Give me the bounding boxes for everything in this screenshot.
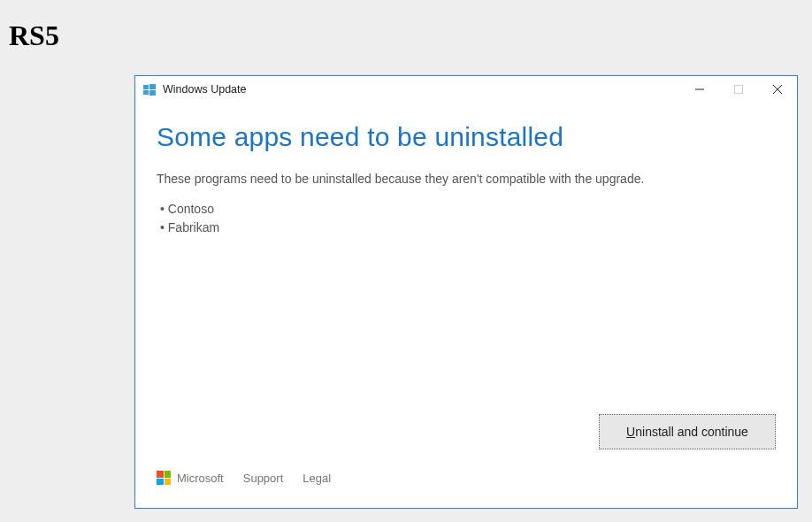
minimize-button[interactable] <box>680 76 719 103</box>
maximize-button[interactable] <box>719 76 758 103</box>
titlebar: Windows Update <box>135 76 797 103</box>
svg-rect-5 <box>735 86 743 94</box>
dialog-description: These programs need to be uninstalled be… <box>157 172 776 186</box>
microsoft-logo: Microsoft <box>157 471 224 485</box>
incompatible-apps-list: Contoso Fabrikam <box>157 200 776 237</box>
svg-rect-3 <box>149 90 156 96</box>
window-controls <box>680 76 797 103</box>
dialog-footer: Microsoft Support Legal <box>157 471 331 485</box>
microsoft-brand-text: Microsoft <box>177 472 224 485</box>
svg-rect-1 <box>149 84 156 89</box>
window-title: Windows Update <box>163 83 680 96</box>
dialog-content: Some apps need to be uninstalled These p… <box>135 103 797 237</box>
support-link[interactable]: Support <box>243 472 284 485</box>
list-item: Fabrikam <box>160 219 776 237</box>
svg-rect-0 <box>143 85 149 89</box>
action-area: Uninstall and continue <box>599 414 776 449</box>
windows-update-icon <box>142 82 157 96</box>
microsoft-logo-icon <box>157 471 171 485</box>
dialog-heading: Some apps need to be uninstalled <box>157 122 776 152</box>
uninstall-and-continue-button[interactable]: Uninstall and continue <box>599 414 776 449</box>
list-item: Contoso <box>160 200 776 219</box>
close-button[interactable] <box>758 76 797 103</box>
legal-link[interactable]: Legal <box>303 472 331 485</box>
page-label: RS5 <box>9 19 59 52</box>
windows-update-dialog: Windows Update Some apps need to be unin… <box>134 75 798 509</box>
svg-rect-2 <box>143 90 149 95</box>
